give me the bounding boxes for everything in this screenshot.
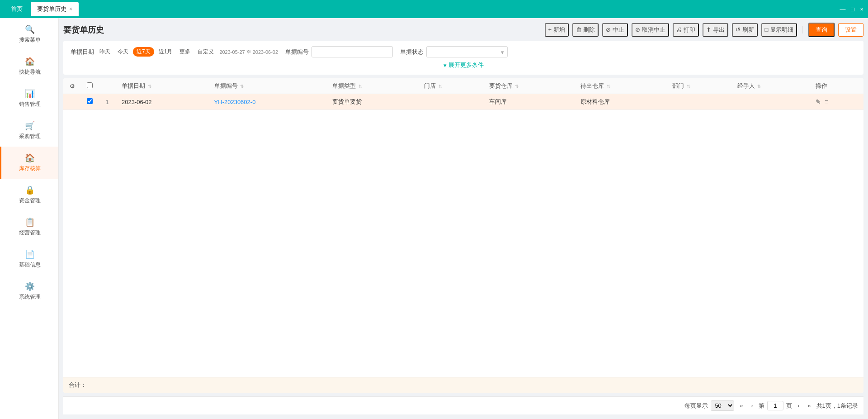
table-body: 1 2023-06-02 YH-20230602-0 要货单要货 车间库 原材料… (63, 94, 863, 110)
select-all-checkbox[interactable] (87, 82, 93, 88)
tab-active[interactable]: 要货单历史 × (31, 2, 79, 16)
filter-docno: 单据编号 (285, 46, 393, 57)
main-layout: 🔍 搜索菜单 🏠 快捷导航 📊 销售管理 🛒 采购管理 🏠 库存核算 🔒 资金管… (0, 18, 868, 419)
action-more-0[interactable]: ≡ (825, 98, 828, 105)
th-dept[interactable]: 部门 ⇅ (667, 78, 732, 94)
td-doctype-0: 要货单要货 (327, 94, 419, 110)
settings-button[interactable]: 设置 (838, 23, 863, 37)
window-close[interactable]: × (860, 6, 863, 13)
table-footer-summary: 合计： (63, 377, 863, 393)
td-action-0: ✎ ≡ (810, 94, 863, 110)
delete-button[interactable]: 🗑 删除 (572, 23, 599, 37)
date-btn-yesterday[interactable]: 昨天 (97, 47, 113, 57)
td-settings (63, 94, 81, 110)
print-button[interactable]: 🖨 打印 (673, 23, 699, 37)
td-handler-0 (732, 94, 810, 110)
content-area: 要货单历史 + 新增 🗑 删除 ⊘ 中止 ⊘ 取消中止 🖨 打印 ⬆ 导出 ↺ … (59, 18, 868, 419)
filter-panel: 单据日期 昨天 今天 近7天 近1月 更多 自定义 2023-05-27 至 2… (63, 41, 863, 75)
pagination-first[interactable]: « (737, 401, 745, 410)
filter-date-label: 单据日期 (71, 48, 94, 56)
th-checkbox[interactable] (81, 78, 98, 94)
table-wrap: ⚙ 单据日期 ⇅ 单据编号 ⇅ 单据类型 ⇅ 门店 ⇅ 要货仓库 ⇅ 待出仓库 … (63, 78, 863, 393)
sidebar-item-system[interactable]: ⚙️ 系统管理 (0, 275, 58, 307)
th-num (98, 78, 116, 94)
window-maximize[interactable]: □ (851, 6, 855, 13)
expand-more-label: 展开更多条件 (448, 61, 484, 69)
new-button[interactable]: + 新增 (545, 23, 569, 37)
cancel-stop-button[interactable]: ⊘ 取消中止 (632, 23, 669, 37)
display-detail-button[interactable]: □ 显示明细 (761, 23, 797, 37)
action-edit-0[interactable]: ✎ (816, 98, 821, 105)
th-handler[interactable]: 经手人 ⇅ (732, 78, 810, 94)
th-store[interactable]: 门店 ⇅ (419, 78, 484, 94)
sidebar-label-sales: 销售管理 (19, 100, 41, 108)
pagination-next[interactable]: › (795, 401, 802, 410)
td-docno-0: YH-20230602-0 (209, 94, 327, 110)
th-reqwarehouse[interactable]: 要货仓库 ⇅ (484, 78, 576, 94)
td-dept-0 (667, 94, 732, 110)
finance-icon: 🔒 (25, 185, 35, 195)
sidebar-item-basic-info[interactable]: 📄 基础信息 (0, 243, 58, 275)
pagination-last[interactable]: » (805, 401, 813, 410)
td-date-0: 2023-06-02 (116, 94, 209, 110)
toolbar-separator (802, 26, 803, 33)
date-btn-1month[interactable]: 近1月 (156, 47, 175, 57)
date-btn-custom[interactable]: 自定义 (195, 47, 217, 57)
td-store-0 (419, 94, 484, 110)
filter-docno-label: 单据编号 (285, 48, 309, 56)
sidebar-item-search-menu[interactable]: 🔍 搜索菜单 (0, 18, 58, 50)
td-pendingwarehouse-0: 原材料仓库 (575, 94, 667, 110)
sidebar-label-basic-info: 基础信息 (19, 261, 41, 269)
pagination-prev[interactable]: ‹ (749, 401, 756, 410)
per-page-select[interactable]: 50 10 20 100 (711, 400, 734, 411)
query-button[interactable]: 查询 (808, 23, 835, 37)
sidebar-item-operations[interactable]: 📋 经营管理 (0, 211, 58, 243)
filter-docstatus-wrapper (426, 46, 508, 57)
date-btn-more[interactable]: 更多 (177, 47, 193, 57)
pagination-page-suffix: 页 (786, 402, 792, 410)
page-title: 要货单历史 (63, 24, 104, 35)
sidebar-item-inventory[interactable]: 🏠 库存核算 (0, 147, 58, 179)
date-btn-today[interactable]: 今天 (115, 47, 131, 57)
sidebar: 🔍 搜索菜单 🏠 快捷导航 📊 销售管理 🛒 采购管理 🏠 库存核算 🔒 资金管… (0, 18, 59, 419)
sidebar-item-purchase[interactable]: 🛒 采购管理 (0, 114, 58, 147)
expand-more-icon: ▾ (443, 62, 447, 69)
operations-icon: 📋 (25, 217, 35, 227)
toolbar: + 新增 🗑 删除 ⊘ 中止 ⊘ 取消中止 🖨 打印 ⬆ 导出 ↺ 刷新 □ 显… (545, 23, 863, 37)
sidebar-item-sales[interactable]: 📊 销售管理 (0, 82, 58, 114)
stop-button[interactable]: ⊘ 中止 (602, 23, 628, 37)
sidebar-label-purchase: 采购管理 (19, 133, 41, 140)
top-bar: 首页 要货单历史 × — □ × (0, 0, 868, 18)
search-menu-icon: 🔍 (25, 24, 35, 34)
filter-date-btns: 昨天 今天 近7天 近1月 更多 自定义 (97, 47, 217, 57)
filter-date-range: 2023-05-27 至 2023-06-02 (219, 49, 278, 56)
export-button[interactable]: ⬆ 导出 (703, 23, 728, 37)
refresh-button[interactable]: ↺ 刷新 (732, 23, 758, 37)
purchase-icon: 🛒 (25, 121, 35, 131)
td-reqwarehouse-0: 车间库 (484, 94, 576, 110)
pagination-page-input[interactable] (767, 401, 783, 410)
date-btn-7days[interactable]: 近7天 (133, 47, 154, 57)
th-date[interactable]: 单据日期 ⇅ (116, 78, 209, 94)
docno-link-0[interactable]: YH-20230602-0 (214, 99, 256, 105)
tab-close-icon[interactable]: × (69, 6, 72, 12)
td-checkbox[interactable] (81, 94, 98, 110)
sidebar-label-finance: 资金管理 (19, 197, 41, 205)
data-table: ⚙ 单据日期 ⇅ 单据编号 ⇅ 单据类型 ⇅ 门店 ⇅ 要货仓库 ⇅ 待出仓库 … (63, 78, 863, 110)
tab-active-label: 要货单历史 (37, 5, 66, 13)
filter-docstatus-select[interactable] (426, 46, 508, 57)
filter-docno-input[interactable] (311, 46, 393, 57)
th-settings[interactable]: ⚙ (63, 78, 81, 94)
expand-more[interactable]: ▾ 展开更多条件 (71, 61, 856, 69)
sales-icon: 📊 (25, 89, 35, 99)
filter-docstatus-label: 单据状态 (400, 48, 424, 56)
sidebar-item-finance[interactable]: 🔒 资金管理 (0, 179, 58, 211)
sidebar-item-quick-nav[interactable]: 🏠 快捷导航 (0, 50, 58, 82)
window-minimize[interactable]: — (840, 6, 846, 13)
row-checkbox-0[interactable] (87, 98, 93, 104)
th-pendingwarehouse[interactable]: 待出仓库 ⇅ (575, 78, 667, 94)
tab-home[interactable]: 首页 (5, 2, 29, 16)
th-docno[interactable]: 单据编号 ⇅ (209, 78, 327, 94)
th-doctype[interactable]: 单据类型 ⇅ (327, 78, 419, 94)
sidebar-label-system: 系统管理 (19, 293, 41, 301)
